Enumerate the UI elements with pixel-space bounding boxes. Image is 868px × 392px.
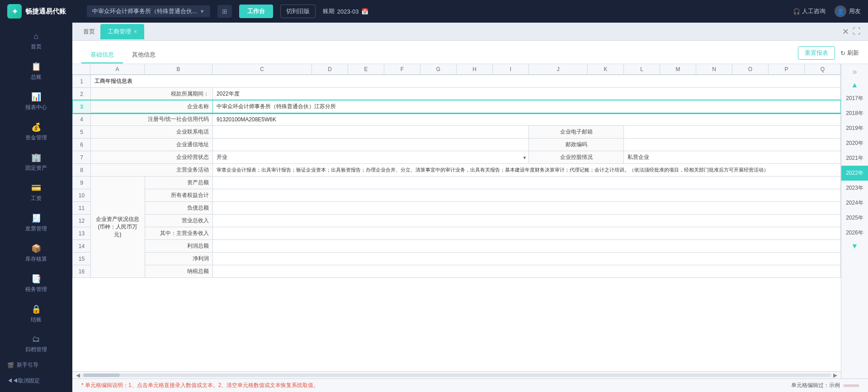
total-profit-value[interactable] (212, 240, 840, 253)
year-panel: » ▲ 2017年 2018年 2019年 2020年 2021年 2022年 … (841, 64, 868, 378)
tab-expand-icon[interactable]: ⛶ (853, 27, 861, 37)
h-scrollbar[interactable]: ◀ ▶ (72, 371, 841, 378)
sidebar-item-invoice[interactable]: 🧾 发票管理 (0, 208, 72, 238)
reg-num-label: 注册号/统一社会信用代码 (90, 113, 212, 126)
h-scroll-thumb[interactable] (84, 373, 120, 377)
address-value[interactable] (212, 139, 528, 151)
content-area: 首页 工商管理 × ✕ ⛶ 基础信息 其他信息 (72, 23, 868, 392)
sidebar-label-inventory: 库存核算 (25, 255, 47, 263)
h-scroll-left-arrow[interactable]: ◀ (74, 372, 82, 378)
net-profit-value[interactable] (212, 253, 840, 265)
year-panel-collapse-icon[interactable]: » (841, 64, 868, 79)
sidebar-item-assets[interactable]: 🏢 固定资产 (0, 147, 72, 177)
col-header-b: B (145, 64, 212, 74)
cancel-fixed-button[interactable]: ◀◀取消固定 (0, 373, 72, 388)
refresh-button[interactable]: ↻ 刷新 (840, 49, 859, 57)
liabilities-value[interactable] (212, 202, 840, 215)
year-down-button[interactable]: ▼ (849, 240, 860, 252)
main-revenue-value[interactable] (212, 227, 840, 240)
year-item-2021[interactable]: 2021年 (841, 151, 868, 166)
col-header-j: J (529, 64, 588, 74)
table-row: 13 其中：主营业务收入 (73, 227, 841, 240)
sidebar-label-assets: 固定资产 (25, 164, 47, 172)
equity-value[interactable] (212, 189, 840, 202)
h-scroll-right-arrow[interactable]: ▶ (831, 372, 839, 378)
row-num-9: 9 (73, 177, 91, 189)
year-item-2017[interactable]: 2017年 (841, 91, 868, 106)
table-row: 12 营业总收入 (73, 215, 841, 227)
liabilities-label: 负债总额 (145, 202, 212, 215)
year-item-2018[interactable]: 2018年 (841, 106, 868, 121)
sub-tab-basic[interactable]: 基础信息 (81, 47, 123, 63)
tab-commerce[interactable]: 工商管理 × (100, 24, 144, 39)
tab-home[interactable]: 首页 (80, 26, 99, 38)
period-value: 2023-03 (337, 8, 359, 15)
sidebar-item-ledger[interactable]: 📋 总账 (0, 56, 72, 86)
year-item-2023[interactable]: 2023年 (841, 181, 868, 196)
total-profit-label: 利润总额 (145, 240, 212, 253)
user-label: 用友 (849, 7, 861, 15)
example-cell (844, 384, 859, 387)
headset-icon: 🎧 (793, 8, 800, 15)
reset-report-button[interactable]: 重置报表 (798, 46, 835, 60)
company-name-value[interactable]: 中审众环会计师事务所（特殊普通合伙）江苏分所 (212, 100, 840, 113)
service-button[interactable]: 🎧 人工咨询 (793, 7, 826, 15)
sidebar-item-finance[interactable]: 💰 资金管理 (0, 117, 72, 147)
sidebar-item-archive[interactable]: 🗂 归档管理 (0, 329, 72, 357)
year-item-2026[interactable]: 2026年 (841, 225, 868, 240)
example-label: 单元格编辑过：示例 (791, 382, 840, 389)
newhand-guide[interactable]: 🎬 新手引导 (0, 357, 72, 373)
main-revenue-label: 其中：主营业务收入 (145, 227, 212, 240)
year-item-2025[interactable]: 2025年 (841, 210, 868, 225)
total-tax-label: 纳税总额 (145, 265, 212, 278)
phone-value[interactable] (212, 126, 528, 139)
sidebar-item-close[interactable]: 🔒 结账 (0, 299, 72, 329)
reg-num-value[interactable]: 91320100MA208E5W6K (212, 113, 840, 126)
calendar-icon[interactable]: 📅 (361, 8, 368, 15)
user-area[interactable]: 👤 用友 (835, 5, 861, 17)
revenue-value[interactable] (212, 215, 840, 227)
sub-tab-other[interactable]: 其他信息 (123, 47, 165, 63)
status-right: 单元格编辑过：示例 (791, 382, 859, 389)
main-biz-value[interactable]: 审查企业会计报表；出具审计报告；验证企业资本；出具验资报告；办理企业合并、分立、… (212, 164, 840, 177)
workbench-button[interactable]: 工作台 (239, 5, 273, 18)
copy-button[interactable]: ⊞ (217, 5, 232, 18)
logo-area: ✦ 畅捷通易代账 (7, 4, 80, 19)
table-row: 11 负债总额 (73, 202, 841, 215)
header-right: 🎧 人工咨询 👤 用友 (793, 5, 861, 17)
tab-close-button[interactable]: ✕ (842, 27, 849, 37)
ledger-icon: 📋 (31, 62, 41, 72)
year-item-2024[interactable]: 2024年 (841, 196, 868, 210)
tab-close-icon[interactable]: × (134, 29, 137, 35)
table-scroll[interactable]: 1 工商年报信息表 2 税款所属期间： 2022年度 (72, 75, 841, 371)
row-num-1: 1 (73, 75, 91, 88)
sidebar-label-reports: 报表中心 (25, 104, 47, 111)
year-item-2022[interactable]: 2022年 (841, 166, 868, 181)
sub-tab-list: 基础信息 其他信息 (81, 47, 165, 62)
old-version-button[interactable]: 切到旧版 (280, 5, 316, 18)
company-selector[interactable]: 中审众环会计师事务所（特殊普通合伙... ▼ (87, 5, 210, 17)
biz-status-value[interactable]: 开业 ▼ (212, 151, 528, 164)
year-item-2020[interactable]: 2020年 (841, 136, 868, 151)
sidebar-item-home[interactable]: ⌂ 首页 (0, 26, 72, 56)
holding-value[interactable]: 私营企业 (624, 151, 841, 164)
row-num-4: 4 (73, 113, 91, 126)
period-value-cell[interactable]: 2022年度 (212, 88, 840, 100)
spreadsheet-wrapper: A B C D E F G H I J K L M N O (72, 64, 868, 378)
invoice-icon: 🧾 (31, 213, 41, 223)
reports-icon: 📊 (31, 92, 41, 102)
zip-value[interactable] (624, 139, 841, 151)
year-item-2019[interactable]: 2019年 (841, 121, 868, 136)
sidebar-item-inventory[interactable]: 📦 库存核算 (0, 238, 72, 268)
email-value[interactable] (624, 126, 841, 139)
total-assets-value[interactable] (212, 177, 840, 189)
year-up-button[interactable]: ▲ (849, 79, 860, 91)
email-label: 企业电子邮箱 (529, 126, 624, 139)
sidebar-item-tax[interactable]: 📑 税务管理 (0, 268, 72, 299)
app-title: 畅捷通易代账 (25, 7, 66, 16)
sidebar-item-salary[interactable]: 💳 工资 (0, 177, 72, 208)
company-name: 中审众环会计师事务所（特殊普通合伙... (92, 7, 197, 15)
sidebar-item-reports[interactable]: 📊 报表中心 (0, 86, 72, 117)
h-scroll-track[interactable] (82, 373, 831, 377)
total-tax-value[interactable] (212, 265, 840, 278)
